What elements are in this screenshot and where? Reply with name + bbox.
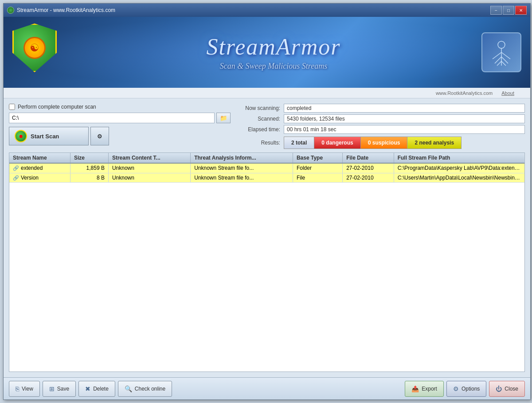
start-scan-button[interactable]: Start Scan: [9, 127, 89, 145]
window-controls: − □ ✕: [490, 6, 527, 15]
col-stream-name[interactable]: Stream Name: [9, 153, 70, 163]
title-bar-left: StreamArmor - www.RootkitAnalytics.com: [7, 7, 115, 14]
svg-line-7: [501, 61, 506, 66]
main-window: StreamArmor - www.RootkitAnalytics.com −…: [3, 3, 531, 400]
cell-full-path: C:\ProgramData\Kaspersky Lab\AVP9\Data:e…: [394, 163, 524, 173]
cell-file-date: 27-02-2010: [343, 163, 394, 173]
shield-icon: [12, 23, 57, 72]
scan-options: Perform complete computer scan 📁 Start S…: [9, 104, 231, 145]
col-base-type[interactable]: Base Type: [293, 153, 342, 163]
total-button[interactable]: 2 total: [284, 137, 314, 149]
results-table-container: Stream Name Size Stream Content T... Thr…: [9, 153, 525, 372]
app-subtitle: Scan & Sweep Malicious Streams: [66, 62, 481, 71]
col-threat-info[interactable]: Threat Analysis Inform...: [191, 153, 293, 163]
now-scanning-row: Now scanning: completed: [239, 104, 525, 113]
top-section: Perform complete computer scan 📁 Start S…: [9, 104, 525, 149]
table-row[interactable]: 🔗extended 1,859 B Unknown Unknown Stream…: [9, 163, 524, 173]
results-buttons: 2 total 0 dangerous 0 suspicious 2 need …: [284, 137, 525, 149]
col-full-path[interactable]: Full Stream File Path: [394, 153, 524, 163]
cell-base-type: File: [293, 173, 342, 183]
svg-point-0: [498, 41, 505, 48]
main-content: Perform complete computer scan 📁 Start S…: [4, 98, 530, 377]
export-label: Export: [422, 386, 437, 392]
logo-center-icon: [23, 37, 46, 59]
header-banner: StreamArmor Scan & Sweep Malicious Strea…: [4, 17, 530, 88]
title-bar: StreamArmor - www.RootkitAnalytics.com −…: [4, 4, 530, 17]
cell-base-type: Folder: [293, 163, 342, 173]
scan-row: Start Scan ⚙: [9, 127, 231, 145]
cell-stream-name: 🔗Version: [9, 173, 70, 183]
col-content-type[interactable]: Stream Content T...: [108, 153, 190, 163]
view-icon: ⎘: [16, 385, 19, 392]
cell-size: 1,859 B: [70, 163, 108, 173]
settings-button[interactable]: ⚙: [90, 127, 109, 145]
check-online-label: Check online: [135, 386, 165, 392]
delete-label: Delete: [93, 386, 109, 392]
options-button[interactable]: ⚙ Options: [446, 381, 486, 397]
results-row: Results: 2 total 0 dangerous 0 suspiciou…: [239, 137, 525, 149]
minimize-button[interactable]: −: [490, 6, 502, 15]
cell-stream-name: 🔗extended: [9, 163, 70, 173]
cell-content-type: Unknown: [108, 163, 190, 173]
view-label: View: [22, 386, 33, 392]
svg-line-6: [497, 61, 501, 66]
rootkit-icon: [488, 37, 515, 68]
cell-file-date: 27-02-2010: [343, 173, 394, 183]
close-button[interactable]: ⏻ Close: [489, 381, 525, 397]
stream-icon: 🔗: [13, 165, 19, 172]
left-panel: Perform complete computer scan 📁 Start S…: [9, 104, 231, 149]
complete-scan-checkbox[interactable]: [9, 104, 15, 110]
now-scanning-value: completed: [284, 104, 525, 113]
close-icon: ⏻: [496, 385, 502, 392]
path-input[interactable]: [9, 113, 215, 123]
settings-icon: ⚙: [97, 133, 102, 140]
browse-folder-button[interactable]: 📁: [216, 113, 231, 123]
cell-content-type: Unknown: [108, 173, 190, 183]
options-label: Options: [462, 386, 480, 392]
window-title: StreamArmor - www.RootkitAnalytics.com: [17, 7, 115, 13]
start-scan-label: Start Scan: [31, 133, 59, 140]
elapsed-label: Elapsed time:: [239, 126, 284, 133]
save-icon: ⊞: [49, 385, 55, 392]
header-logo: [12, 23, 66, 81]
maximize-button[interactable]: □: [503, 6, 514, 15]
export-icon: 📤: [411, 385, 419, 392]
table-body: 🔗extended 1,859 B Unknown Unknown Stream…: [9, 163, 524, 183]
table-row[interactable]: 🔗Version 8 B Unknown Unknown Stream file…: [9, 173, 524, 183]
dangerous-button[interactable]: 0 dangerous: [314, 137, 360, 149]
cell-threat-info: Unknown Stream file fo...: [191, 173, 293, 183]
about-link[interactable]: About: [501, 90, 514, 96]
folder-icon: 📁: [220, 115, 227, 121]
suspicious-button[interactable]: 0 suspicious: [360, 137, 407, 149]
options-icon: ⚙: [453, 385, 459, 392]
elapsed-value: 00 hrs 01 min 18 sec: [284, 125, 525, 134]
right-panel: Now scanning: completed Scanned: 5430 fo…: [239, 104, 525, 149]
cell-threat-info: Unknown Stream file fo...: [191, 163, 293, 173]
col-file-date[interactable]: File Date: [343, 153, 394, 163]
save-button[interactable]: ⊞ Save: [43, 381, 76, 397]
stream-icon: 🔗: [13, 175, 19, 181]
app-icon: [7, 7, 14, 14]
header-right-icon: [481, 32, 521, 72]
save-label: Save: [57, 386, 69, 392]
need-analysis-button[interactable]: 2 need analysis: [407, 137, 462, 149]
website-text: www.RootkitAnalytics.com: [436, 90, 493, 96]
export-button[interactable]: 📤 Export: [405, 381, 444, 397]
check-online-button[interactable]: 🔍 Check online: [118, 381, 172, 397]
app-title: StreamArmor: [66, 34, 481, 60]
now-scanning-label: Now scanning:: [239, 105, 284, 111]
bottom-toolbar: ⎘ View ⊞ Save ✖ Delete 🔍 Check online 📤 …: [4, 377, 530, 399]
header-title: StreamArmor Scan & Sweep Malicious Strea…: [66, 34, 481, 71]
scanned-value: 5430 folders, 12534 files: [284, 114, 525, 123]
scanned-label: Scanned:: [239, 116, 284, 122]
view-button[interactable]: ⎘ View: [9, 381, 40, 397]
complete-scan-label: Perform complete computer scan: [18, 104, 96, 110]
delete-button[interactable]: ✖ Delete: [78, 381, 115, 397]
close-label: Close: [505, 386, 518, 392]
delete-icon: ✖: [85, 385, 90, 392]
cell-size: 8 B: [70, 173, 108, 183]
about-bar: www.RootkitAnalytics.com About: [4, 88, 530, 98]
path-row: 📁: [9, 113, 231, 123]
close-window-button[interactable]: ✕: [515, 6, 527, 15]
col-size[interactable]: Size: [70, 153, 108, 163]
